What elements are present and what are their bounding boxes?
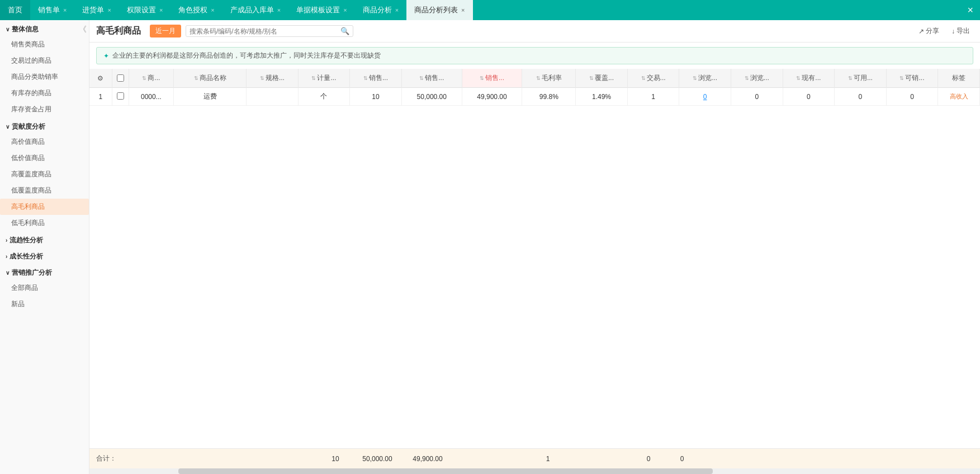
horizontal-scrollbar[interactable]: [89, 468, 980, 474]
col-tag-header[interactable]: 标签: [938, 69, 980, 88]
close-icon[interactable]: ×: [159, 7, 163, 13]
sidebar-item-new-goods[interactable]: 新品: [0, 296, 89, 312]
row-available: 0: [835, 88, 887, 106]
sidebar-item-high-coverage[interactable]: 高覆盖度商品: [0, 166, 89, 182]
col-available-header[interactable]: ⇅ 可用...: [835, 69, 887, 88]
row-code: 0000...: [129, 88, 174, 106]
sidebar-item-low-coverage[interactable]: 低覆盖度商品: [0, 182, 89, 199]
content-area: 高毛利商品 近一月 🔍 ↗ 分享 ↓ 导出: [89, 20, 980, 474]
chevron-down-icon: ∨: [6, 270, 10, 276]
row-view1[interactable]: 0: [679, 88, 731, 106]
footer-spacer3: [173, 449, 207, 469]
row-checkbox[interactable]: [112, 88, 129, 106]
share-button[interactable]: ↗ 分享: [915, 25, 943, 37]
row-unit: 个: [298, 88, 350, 106]
close-icon[interactable]: ×: [395, 7, 399, 13]
row-coverage: 1.49%: [576, 88, 628, 106]
col-checkbox[interactable]: [112, 69, 129, 88]
col-sale-qty-header[interactable]: ⇅ 销售...: [350, 69, 402, 88]
chevron-down-icon: ∨: [6, 26, 10, 32]
sidebar-item-stock-capital[interactable]: 库存资金占用: [0, 101, 89, 118]
col-sale-cost-header[interactable]: ⇅ 销售...: [462, 69, 522, 88]
row-tag: 高收入: [938, 88, 980, 106]
sidebar-group-contribution[interactable]: ∨ 贡献度分析: [0, 118, 89, 134]
col-current-header[interactable]: ⇅ 现有...: [783, 69, 835, 88]
footer-label: 合计：: [89, 454, 134, 463]
row-select-checkbox[interactable]: [117, 92, 124, 100]
sort-icon: ⇅: [142, 76, 146, 81]
col-coverage-header[interactable]: ⇅ 覆盖...: [576, 69, 628, 88]
nav-item-product-analysis[interactable]: 商品分析 ×: [355, 0, 406, 20]
sidebar-item-low-value[interactable]: 低价值商品: [0, 150, 89, 166]
page-title: 高毛利商品: [96, 25, 141, 37]
select-all-checkbox[interactable]: [117, 74, 124, 82]
sort-icon: ⇅: [693, 76, 697, 81]
close-icon[interactable]: ×: [63, 7, 67, 13]
sidebar-item-low-margin[interactable]: 低毛利商品: [0, 215, 89, 231]
data-table-container[interactable]: ⚙ ⇅ 商...: [89, 69, 980, 448]
sidebar-item-high-margin[interactable]: 高毛利商品: [0, 199, 89, 215]
nav-item-stock-in[interactable]: 产成品入库单 ×: [222, 0, 288, 20]
col-view2-header[interactable]: ⇅ 浏览...: [731, 69, 783, 88]
chevron-down-icon: ∨: [6, 124, 10, 130]
footer-spacer5: [252, 449, 285, 469]
info-icon: ✦: [103, 52, 109, 60]
sidebar-item-high-value[interactable]: 高价值商品: [0, 134, 89, 150]
sidebar-item-sales-goods[interactable]: 销售类商品: [0, 36, 89, 53]
col-code-header[interactable]: ⇅ 商...: [129, 69, 174, 88]
sidebar-item-all-goods[interactable]: 全部商品: [0, 280, 89, 296]
row-index: 1: [89, 88, 112, 106]
col-margin-header[interactable]: ⇅ 毛利率: [522, 69, 576, 88]
export-button[interactable]: ↓ 导出: [948, 25, 973, 37]
search-icon[interactable]: 🔍: [340, 27, 349, 35]
close-icon[interactable]: ×: [211, 7, 214, 13]
footer-spacer-view1: [565, 449, 598, 469]
col-saleable-header[interactable]: ⇅ 可销...: [886, 69, 938, 88]
sort-icon: ⇅: [796, 76, 801, 81]
settings-icon: ⚙: [97, 74, 103, 82]
nav-item-template[interactable]: 单据模板设置 ×: [288, 0, 354, 20]
col-spec-header[interactable]: ⇅ 规格...: [247, 69, 299, 88]
col-unit-header[interactable]: ⇅ 计量...: [298, 69, 350, 88]
sort-icon: ⇅: [194, 76, 198, 81]
nav-item-home[interactable]: 首页: [0, 0, 30, 20]
footer-spacer2: [157, 449, 173, 469]
footer-trade: 1: [531, 449, 565, 469]
sidebar-group-overall[interactable]: ∨ 整体信息: [0, 20, 89, 36]
close-all-button[interactable]: ×: [960, 4, 980, 16]
top-navigation: 首页 销售单 × 进货单 × 权限设置 × 角色授权 × 产成品入库单 × 单据…: [0, 0, 980, 20]
nav-item-purchase[interactable]: 进货单 ×: [74, 0, 119, 20]
nav-item-sales[interactable]: 销售单 ×: [30, 0, 74, 20]
sidebar-item-traded-goods[interactable]: 交易过的商品: [0, 53, 89, 69]
scrollbar-thumb[interactable]: [178, 468, 713, 474]
search-input[interactable]: [190, 27, 340, 35]
close-icon[interactable]: ×: [107, 7, 111, 13]
nav-item-permissions[interactable]: 权限设置 ×: [119, 0, 171, 20]
close-icon[interactable]: ×: [461, 7, 465, 13]
sort-icon: ⇅: [311, 76, 316, 81]
sort-icon: ⇅: [363, 76, 368, 81]
sidebar-item-category-rate[interactable]: 商品分类助销率: [0, 69, 89, 85]
sidebar-collapse-button[interactable]: 《: [79, 25, 87, 35]
footer-spacer1: [134, 449, 157, 469]
sort-icon: ⇅: [899, 76, 904, 81]
row-saleable: 0: [886, 88, 938, 106]
col-settings[interactable]: ⚙: [89, 69, 112, 88]
export-icon: ↓: [951, 27, 955, 35]
col-name-header[interactable]: ⇅ 商品名称: [174, 69, 247, 88]
sort-icon: ⇅: [641, 76, 646, 81]
nav-item-product-analysis-list[interactable]: 商品分析列表 ×: [406, 0, 472, 20]
sidebar-group-marketing[interactable]: ∨ 营销推广分析: [0, 264, 89, 280]
row-spec: [247, 88, 299, 106]
nav-item-roles[interactable]: 角色授权 ×: [171, 0, 222, 20]
sidebar-item-in-stock[interactable]: 有库存的商品: [0, 85, 89, 101]
sidebar-group-growth[interactable]: › 成长性分析: [0, 247, 89, 264]
time-filter-button[interactable]: 近一月: [150, 25, 181, 37]
sort-icon: ⇅: [480, 76, 484, 81]
close-icon[interactable]: ×: [343, 7, 347, 13]
col-view1-header[interactable]: ⇅ 浏览...: [679, 69, 731, 88]
close-icon[interactable]: ×: [277, 7, 281, 13]
sidebar-group-trend[interactable]: › 流趋性分析: [0, 231, 89, 247]
col-sale-amt-header[interactable]: ⇅ 销售...: [401, 69, 462, 88]
col-trade-header[interactable]: ⇅ 交易...: [627, 69, 679, 88]
